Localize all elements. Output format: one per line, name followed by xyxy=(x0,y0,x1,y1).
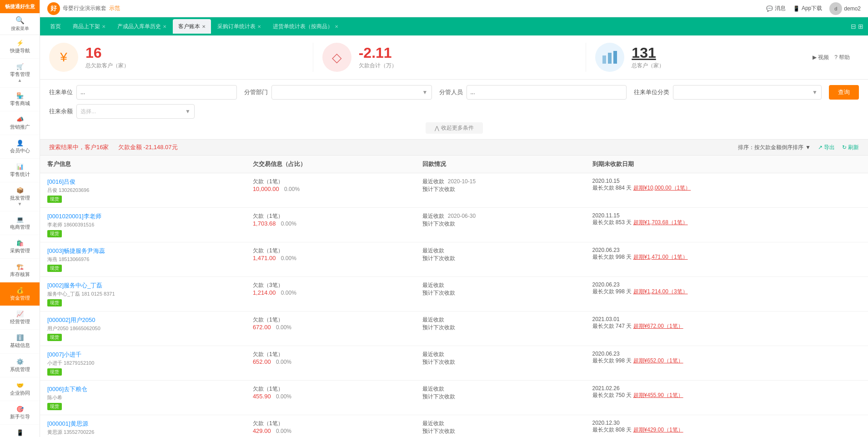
sidebar-item-operations[interactable]: 📈 经营管理 xyxy=(0,306,40,330)
message-button[interactable]: 💬 消息 xyxy=(766,5,786,12)
tab-product-history-label: 产成品入库单历史 xyxy=(117,23,161,30)
maximize-button[interactable]: ⊞ xyxy=(858,23,863,30)
unit-category-input[interactable]: ▼ xyxy=(673,85,822,100)
sidebar-item-purchase[interactable]: 🛍️ 采购管理 xyxy=(0,235,40,259)
play-icon: ▶ xyxy=(813,54,817,60)
customer-name-link-2[interactable]: [0003]畅捷服务尹海蕊 xyxy=(47,247,105,254)
balance-input[interactable]: 选择... ▼ xyxy=(76,104,195,119)
debt-pct-2: 0.00% xyxy=(281,255,296,261)
collapse-chevron-icon: ⋀ xyxy=(435,125,439,131)
sidebar-item-marketing[interactable]: 📣 营销推广 xyxy=(0,111,40,135)
customer-meta-1: 李老师 18600391516 xyxy=(47,221,238,228)
sidebar-item-inventory[interactable]: 🏗️ 库存核算 xyxy=(0,259,40,282)
overdue-amount-link-4[interactable]: 超期¥672.00（1笔） xyxy=(633,323,683,329)
next-collection-3: 预计下次收款 xyxy=(422,289,578,297)
filter-person: 分管人员 ... xyxy=(439,85,627,100)
debt-amount-value-3: 1,214.00 xyxy=(253,289,276,296)
app-brand: 好 母婴行业演示账套 示范 xyxy=(47,2,120,15)
sidebar-item-newbie[interactable]: 🎯 新手引导 xyxy=(0,401,40,425)
tag-current-0: 现货 xyxy=(47,196,62,203)
brand-name: 畅捷通好生意 xyxy=(5,4,35,10)
tab-products-offline[interactable]: 商品上下架 ✕ xyxy=(67,19,111,34)
help-button[interactable]: ? 帮助 xyxy=(834,54,850,61)
person-input[interactable]: ... xyxy=(467,85,627,100)
customer-name-link-1[interactable]: [0001020001]李老师 xyxy=(47,213,101,220)
export-button[interactable]: ↗ 导出 xyxy=(818,144,835,151)
tab-close-customer-account[interactable]: ✕ xyxy=(202,24,206,29)
tab-close-import-stats[interactable]: ✕ xyxy=(335,24,338,29)
customer-name-link-4[interactable]: [000002]用户2050 xyxy=(47,316,95,323)
cell-debt-6: 欠款（1笔） 455.90 0.00% xyxy=(246,381,415,415)
overdue-amount-link-3[interactable]: 超期¥1,214.00（3笔） xyxy=(633,288,688,295)
cell-due-date-2: 2020.06.23 最长欠款 998 天 超期¥1,471.00（1笔） xyxy=(585,242,868,277)
tab-customer-account[interactable]: 客户账本 ✕ xyxy=(173,19,211,34)
overdue-days-text-4: 最长欠款 747 天 xyxy=(592,323,633,329)
tab-home-label: 首页 xyxy=(50,23,61,30)
customer-name-link-3[interactable]: [0002]服务中心_丁磊 xyxy=(47,282,102,289)
cell-customer-0: [0016]吕俊 吕俊 13026203696 现货 xyxy=(40,173,246,208)
sidebar-item-ecommerce[interactable]: 💻 电商管理 xyxy=(0,211,40,235)
overdue-days-1: 最长欠款 853 天 超期¥1,703.68（1笔） xyxy=(592,219,861,226)
tab-product-history[interactable]: 产成品入库单历史 ✕ xyxy=(112,19,172,34)
debt-amount-row-0: 10,000.00 0.00% xyxy=(253,186,408,192)
user-profile-button[interactable]: d demo2 xyxy=(829,2,861,15)
source-unit-input[interactable]: ... xyxy=(76,85,237,100)
debt-amount-row-5: 652.00 0.00% xyxy=(253,358,408,365)
customer-name-link-0[interactable]: [0016]吕俊 xyxy=(47,178,75,185)
cell-debt-0: 欠款（1笔） 10,000.00 0.00% xyxy=(246,173,415,208)
col-header-customer: 客户信息 xyxy=(40,156,246,173)
sidebar-item-batch-mgmt[interactable]: 📦 批发管理 ▼ xyxy=(0,182,40,211)
ecommerce-label: 电商管理 xyxy=(10,224,30,230)
overdue-amount-link-1[interactable]: 超期¥1,703.68（1笔） xyxy=(633,219,688,226)
result-amount-label xyxy=(110,144,116,151)
sidebar-item-retail-stats[interactable]: 📊 零售统计 xyxy=(0,159,40,182)
sidebar-item-search[interactable]: 🔍 搜索菜单 xyxy=(0,13,40,35)
search-icon: 🔍 xyxy=(15,16,25,25)
cell-due-date-1: 2020.11.15 最长欠款 853 天 超期¥1,703.68（1笔） xyxy=(585,208,868,242)
col-header-collection: 回款情况 xyxy=(415,156,585,173)
tab-home[interactable]: 首页 xyxy=(45,19,66,34)
overdue-amount-link-7[interactable]: 超期¥429.00（1笔） xyxy=(633,427,683,433)
due-date-value-5: 2020.06.23 xyxy=(592,351,861,357)
sidebar-item-retail-mall[interactable]: 🏪 零售商城 xyxy=(0,88,40,111)
retail-mall-icon: 🏪 xyxy=(16,92,24,99)
debt-amount-label: 欠款合计（万） xyxy=(359,62,397,70)
dept-arrow-icon: ▼ xyxy=(422,89,428,95)
customer-name-link-6[interactable]: [0006]去下粮仓 xyxy=(47,386,87,392)
sidebar-item-retail-mgmt[interactable]: 🛒 零售管理 ▲ xyxy=(0,59,40,87)
dept-input[interactable]: ▼ xyxy=(271,85,432,100)
overdue-amount-link-6[interactable]: 超期¥455.90（1笔） xyxy=(633,392,683,398)
sidebar-item-basic-info[interactable]: ℹ️ 基础信息 xyxy=(0,330,40,353)
sidebar-item-quick-nav[interactable]: ⚡ 快捷导航 xyxy=(0,35,40,59)
customer-name-link-7[interactable]: [000001]黄思源 xyxy=(47,420,88,427)
overdue-amount-link-2[interactable]: 超期¥1,471.00（1笔） xyxy=(633,254,688,260)
tab-close-products-offline[interactable]: ✕ xyxy=(102,24,105,29)
minimize-button[interactable]: ⊟ xyxy=(851,23,856,30)
debt-pct-0: 0.00% xyxy=(284,186,300,192)
sidebar-item-system[interactable]: ⚙️ 系统管理 xyxy=(0,354,40,377)
overdue-days-text-2: 最长欠款 998 天 xyxy=(592,254,633,260)
overdue-days-text-3: 最长欠款 998 天 xyxy=(592,288,633,295)
sort-button[interactable]: 排序：按欠款金额倒序排序 ▼ xyxy=(738,144,811,151)
tab-purchase-order[interactable]: 采购订单统计表 ✕ xyxy=(212,19,266,34)
sidebar-item-finance[interactable]: 💰 资金管理 xyxy=(0,282,40,306)
tab-close-product-history[interactable]: ✕ xyxy=(163,24,166,29)
total-customers-label: 总客户（家） xyxy=(632,62,664,70)
view-video-button[interactable]: ▶ 视频 xyxy=(813,54,829,61)
refresh-button[interactable]: ↻ 刷新 xyxy=(842,144,859,151)
sidebar-item-member[interactable]: 👤 会员中心 xyxy=(0,135,40,159)
tab-close-purchase-order[interactable]: ✕ xyxy=(257,24,261,29)
collapse-button[interactable]: ⋀ 收起更多条件 xyxy=(426,122,483,134)
tab-import-stats[interactable]: 进货单统计表（按商品） ✕ xyxy=(267,19,344,34)
topbar-right: ⊟ ⊞ xyxy=(851,23,863,30)
cell-collection-5: 最近收款 预计下次收款 xyxy=(415,346,585,381)
export-label: 导出 xyxy=(824,144,835,151)
customer-name-link-5[interactable]: [0007]小进千 xyxy=(47,351,81,358)
sidebar-item-apps[interactable]: 📱 应用中心 xyxy=(0,425,40,437)
query-button[interactable]: 查询 xyxy=(829,85,859,100)
sidebar-item-enterprise[interactable]: 🤝 企业协同 xyxy=(0,377,40,401)
debt-amount-value-6: 455.90 xyxy=(253,393,271,400)
app-download-button[interactable]: 📱 App下载 xyxy=(793,5,822,12)
overdue-amount-link-0[interactable]: 超期¥10,000.00（1笔） xyxy=(633,185,691,191)
overdue-amount-link-5[interactable]: 超期¥652.00（1笔） xyxy=(633,357,683,364)
